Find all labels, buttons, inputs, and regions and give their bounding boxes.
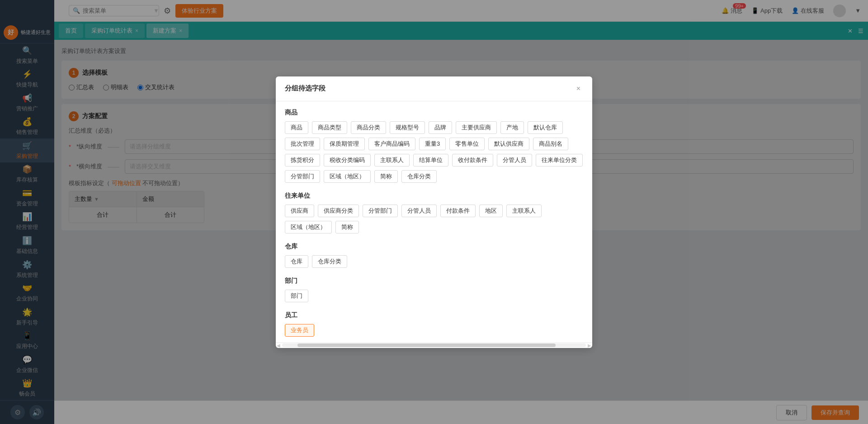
- section-product-title: 商品: [285, 109, 583, 117]
- section-warehouse-fields: 仓库 仓库分类: [285, 255, 583, 268]
- modal-header: 分组待选字段 ×: [276, 76, 592, 101]
- field-tag[interactable]: 分管人员: [497, 154, 532, 167]
- field-tag[interactable]: 规格型号: [390, 121, 425, 134]
- field-tag[interactable]: 分管人员: [401, 205, 437, 217]
- section-employee-title: 员工: [285, 311, 583, 319]
- field-tag[interactable]: 保质期管理: [324, 138, 365, 150]
- section-department: 部门 部门: [285, 277, 583, 302]
- section-department-fields: 部门: [285, 290, 583, 302]
- field-tag[interactable]: 分管部门: [363, 205, 398, 217]
- field-tag[interactable]: 分管部门: [285, 170, 320, 183]
- section-partner: 往来单位 供应商 供应商分类 分管部门 分管人员 付款条件 地区 主联系人 区域…: [285, 192, 583, 233]
- field-tag[interactable]: 默认仓库: [528, 121, 563, 134]
- field-tag[interactable]: 仓库分类: [312, 255, 347, 268]
- field-tag[interactable]: 简称: [335, 221, 359, 233]
- field-tag[interactable]: 主联系人: [506, 205, 542, 217]
- field-tag[interactable]: 区域（地区）: [285, 221, 332, 233]
- section-warehouse: 仓库 仓库 仓库分类: [285, 243, 583, 268]
- field-tag[interactable]: 商品: [285, 121, 308, 134]
- field-tag[interactable]: 供应商: [285, 205, 314, 217]
- section-employee: 员工 业务员: [285, 311, 583, 337]
- modal-body[interactable]: 商品 商品 商品类型 商品分类 规格型号 品牌 主要供应商 产地 默认仓库 批次…: [276, 101, 592, 343]
- field-tag[interactable]: 商品分类: [351, 121, 386, 134]
- section-product: 商品 商品 商品类型 商品分类 规格型号 品牌 主要供应商 产地 默认仓库 批次…: [285, 109, 583, 183]
- field-tag[interactable]: 商品别名: [533, 138, 568, 150]
- section-employee-fields: 业务员: [285, 324, 583, 337]
- field-tag[interactable]: 商品类型: [312, 121, 347, 134]
- field-tag[interactable]: 重量3: [419, 138, 446, 150]
- field-tag[interactable]: 产地: [500, 121, 524, 134]
- field-tag[interactable]: 主要供应商: [456, 121, 497, 134]
- field-tag[interactable]: 默认供应商: [488, 138, 529, 150]
- field-tag[interactable]: 仓库分类: [401, 170, 437, 183]
- field-selection-modal: 分组待选字段 × 商品 商品 商品类型 商品分类 规格型号 品牌 主要供应商 产…: [276, 76, 592, 348]
- h-scrollbar-thumb[interactable]: [297, 343, 556, 347]
- modal-overlay: 分组待选字段 × 商品 商品 商品类型 商品分类 规格型号 品牌 主要供应商 产…: [0, 0, 868, 424]
- field-tag[interactable]: 地区: [479, 205, 503, 217]
- field-tag[interactable]: 仓库: [285, 255, 308, 268]
- field-tag[interactable]: 品牌: [429, 121, 452, 134]
- field-tag[interactable]: 供应商分类: [318, 205, 359, 217]
- section-partner-title: 往来单位: [285, 192, 583, 200]
- h-scrollbar-track[interactable]: [282, 343, 586, 347]
- field-tag[interactable]: 结算单位: [413, 154, 448, 167]
- section-warehouse-title: 仓库: [285, 243, 583, 251]
- field-tag[interactable]: 批次管理: [285, 138, 320, 150]
- field-tag[interactable]: 零售单位: [449, 138, 485, 150]
- scroll-left-icon[interactable]: ◀: [277, 343, 280, 348]
- section-department-title: 部门: [285, 277, 583, 285]
- modal-title: 分组待选字段: [285, 84, 326, 93]
- field-tag[interactable]: 客户商品编码: [368, 138, 415, 150]
- field-tag[interactable]: 简称: [374, 170, 398, 183]
- field-tag[interactable]: 付款条件: [440, 205, 476, 217]
- field-tag[interactable]: 部门: [285, 290, 308, 302]
- section-partner-fields: 供应商 供应商分类 分管部门 分管人员 付款条件 地区 主联系人 区域（地区） …: [285, 205, 583, 233]
- field-tag[interactable]: 往来单位分类: [536, 154, 583, 167]
- section-product-fields: 商品 商品类型 商品分类 规格型号 品牌 主要供应商 产地 默认仓库 批次管理 …: [285, 121, 583, 183]
- field-tag[interactable]: 拣货积分: [285, 154, 320, 167]
- modal-bottom-scrollbar[interactable]: ◀ ▶: [276, 343, 592, 348]
- scroll-right-icon[interactable]: ▶: [588, 343, 591, 348]
- modal-close-button[interactable]: ×: [574, 84, 583, 94]
- field-tag[interactable]: 主联系人: [374, 154, 410, 167]
- field-tag[interactable]: 收付款条件: [452, 154, 493, 167]
- field-tag[interactable]: 税收分类编码: [324, 154, 371, 167]
- field-tag[interactable]: 区域（地区）: [324, 170, 371, 183]
- field-tag-salesperson[interactable]: 业务员: [285, 324, 314, 337]
